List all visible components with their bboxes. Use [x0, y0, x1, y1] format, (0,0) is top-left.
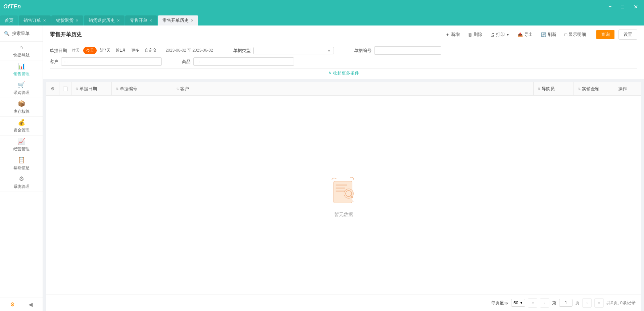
add-btn[interactable]: ＋ 新增 [443, 30, 462, 39]
filter-bill-type-select[interactable]: ▼ [253, 47, 334, 54]
date-btn-custom[interactable]: 自定义 [143, 47, 159, 54]
prev-page-icon: ‹ [544, 300, 545, 305]
minimize-btn[interactable]: − [606, 2, 614, 11]
base-info-icon: 📋 [18, 156, 25, 164]
th-amount[interactable]: ⇅ 实销金额 [574, 82, 614, 95]
delete-icon: 🗑 [468, 32, 472, 37]
tab-sales-order-close[interactable]: ✕ [43, 18, 46, 23]
sidebar-item-purchase-mgmt[interactable]: 🛒 采购管理 [0, 79, 43, 98]
tab-retail-open-history[interactable]: 零售开单历史 ✕ [158, 15, 198, 25]
filter-bill-number: 单据编号 [354, 46, 441, 55]
tab-retail-open-label: 零售开单 [130, 17, 147, 23]
delete-btn[interactable]: 🗑 删除 [466, 30, 484, 39]
th-salesperson-label: 导购员 [542, 86, 555, 92]
filter-customer-input[interactable]: ··· [61, 57, 162, 66]
toolbar: ＋ 新增 🗑 删除 🖨 打印 ▼ 📤 导出 [443, 30, 637, 40]
tab-sales-return-label: 销货退货 [56, 17, 73, 23]
filter-customer-label: 客户 [50, 59, 58, 65]
total-info: 共0页, 0条记录 [606, 300, 636, 306]
sidebar-item-sales-mgmt[interactable]: 📊 销售管理 [0, 60, 43, 79]
th-action: 操作 [614, 82, 641, 95]
th-settings[interactable]: ⚙ [46, 82, 59, 95]
th-checkbox[interactable] [59, 82, 71, 95]
tab-bar: 首页 销售订单 ✕ 销货退货 ✕ 销货退货历史 ✕ 零售开单 ✕ 零售开单历史 … [0, 13, 644, 25]
sidebar-operations-label: 经营管理 [13, 146, 30, 152]
close-btn[interactable]: ✕ [631, 2, 641, 11]
tab-sales-return[interactable]: 销货退货 ✕ [51, 15, 83, 25]
th-salesperson[interactable]: ⇅ 导购员 [534, 82, 574, 95]
date-btn-7days[interactable]: 近7天 [98, 47, 112, 54]
system-icon: ⚙ [19, 175, 24, 183]
next-page-btn[interactable]: › [582, 298, 592, 308]
tab-retail-open-close[interactable]: ✕ [149, 18, 152, 23]
sidebar-item-operations[interactable]: 📈 经营管理 [0, 136, 43, 154]
add-label: 新增 [451, 32, 460, 38]
maximize-btn[interactable]: □ [618, 2, 627, 11]
sidebar-item-inventory[interactable]: 📦 库存核算 [0, 98, 43, 117]
settings-gear-icon: ⚙ [51, 86, 55, 91]
date-btn-yesterday[interactable]: 昨天 [70, 47, 82, 54]
empty-text: 暂无数据 [334, 212, 353, 218]
sales-icon: 📊 [18, 62, 25, 70]
date-btn-today[interactable]: 今天 [83, 47, 97, 54]
current-page-input[interactable] [559, 299, 573, 307]
tab-sales-return-close[interactable]: ✕ [76, 18, 79, 23]
page-label-prefix: 第 [552, 300, 556, 306]
print-icon: 🖨 [490, 32, 495, 37]
tab-sales-order[interactable]: 销售订单 ✕ [19, 15, 51, 25]
sort-icon-date: ⇅ [76, 87, 78, 91]
page-size-select[interactable]: 50 ▼ [511, 299, 525, 307]
last-page-btn[interactable]: » [594, 298, 604, 308]
th-date[interactable]: ⇅ 单据日期 [71, 82, 112, 95]
filter-bill-number-input[interactable] [374, 46, 441, 55]
filter-goods-input[interactable]: ··· [193, 57, 294, 66]
tab-sales-return-history-close[interactable]: ✕ [117, 18, 120, 23]
filter-bill-number-label: 单据编号 [354, 48, 371, 54]
first-page-btn[interactable]: « [528, 298, 537, 308]
settings-btn[interactable]: 设置 [618, 30, 637, 40]
select-all-checkbox[interactable] [63, 87, 68, 91]
filter-area: 单据日期 昨天 今天 近7天 近1月 更多 自定义 2023-06-02 至 2… [50, 44, 637, 79]
date-range: 2023-06-02 至 2023-06-02 [165, 48, 213, 53]
th-number[interactable]: ⇅ 单据编号 [112, 82, 172, 95]
page-title-row: 零售开单历史 ＋ 新增 🗑 删除 🖨 打印 ▼ [50, 30, 637, 40]
tab-retail-open-history-close[interactable]: ✕ [191, 18, 194, 23]
sidebar-item-base-info[interactable]: 📋 基础信息 [0, 154, 43, 173]
sidebar-item-quick-nav[interactable]: ⌂ 快捷导航 [0, 42, 43, 60]
pagination-bar: 每页显示 50 ▼ « ‹ 第 页 › » [46, 295, 641, 311]
date-btn-more[interactable]: 更多 [129, 47, 141, 54]
svg-rect-2 [336, 185, 347, 186]
print-btn[interactable]: 🖨 打印 ▼ [488, 30, 511, 39]
collapse-icon: ∧ [328, 70, 332, 76]
tab-sales-order-label: 销售订单 [23, 17, 41, 23]
collapse-btn[interactable]: ∧ 收起更多条件 [50, 68, 637, 77]
filter-date-label: 单据日期 [50, 48, 67, 54]
display-btn[interactable]: □ 显示明细 [562, 30, 588, 39]
sidebar-collapse-btn[interactable]: ◀ [29, 301, 33, 308]
sidebar-base-info-label: 基础信息 [13, 165, 30, 171]
sidebar-item-system[interactable]: ⚙ 系统管理 [0, 173, 43, 192]
page-size-value: 50 [513, 300, 518, 305]
export-btn[interactable]: 📤 导出 [515, 30, 535, 39]
date-btn-1month[interactable]: 近1月 [114, 47, 128, 54]
display-label: 显示明细 [568, 32, 586, 38]
filter-bill-type: 单据类型 ▼ [233, 47, 334, 54]
tab-retail-open[interactable]: 零售开单 ✕ [125, 15, 157, 25]
sidebar-search[interactable]: 🔍 搜索采单 [0, 25, 43, 42]
sidebar-system-label: 系统管理 [13, 184, 30, 190]
sidebar: 🔍 搜索采单 ⌂ 快捷导航 📊 销售管理 🛒 采购管理 📦 库存核算 💰 资金管… [0, 25, 43, 311]
th-customer[interactable]: ⇅ 客户 [172, 82, 534, 95]
sidebar-settings-btn[interactable]: ⚙ [10, 301, 15, 308]
add-icon: ＋ [445, 32, 450, 38]
sidebar-item-finance[interactable]: 💰 资金管理 [0, 117, 43, 136]
print-dropdown-icon: ▼ [506, 33, 509, 37]
tab-sales-return-history-label: 销货退货历史 [89, 17, 115, 23]
filter-date: 单据日期 昨天 今天 近7天 近1月 更多 自定义 [50, 47, 159, 54]
refresh-btn[interactable]: 🔄 刷新 [539, 30, 558, 39]
query-btn[interactable]: 查询 [596, 30, 614, 39]
prev-page-btn[interactable]: ‹ [540, 298, 549, 308]
tab-home[interactable]: 首页 [0, 15, 18, 25]
sort-icon-amount: ⇅ [578, 87, 581, 91]
tab-retail-open-history-label: 零售开单历史 [162, 17, 189, 23]
tab-sales-return-history[interactable]: 销货退货历史 ✕ [84, 15, 125, 25]
